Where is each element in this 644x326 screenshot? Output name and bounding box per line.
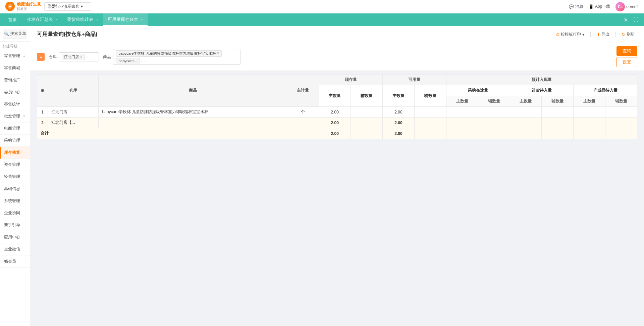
- warehouse-more-btn[interactable]: ···: [86, 54, 90, 59]
- sidebar-item-wechat[interactable]: 企业微信: [0, 243, 30, 255]
- app-download-btn[interactable]: 📱 App下载: [589, 4, 610, 9]
- total-ip-main: [510, 128, 542, 139]
- warehouse-tag-remove[interactable]: ×: [80, 54, 82, 59]
- sidebar-item-operations[interactable]: 经营管理: [0, 171, 30, 183]
- row-1-avail-main: 2.00: [383, 107, 415, 118]
- arrow-icon-retail: ▲: [22, 54, 26, 58]
- divider-2: [615, 32, 616, 37]
- sidebar-item-enterprise[interactable]: 企业协同: [0, 207, 30, 219]
- sidebar-item-app-center[interactable]: 应用中心: [0, 231, 30, 243]
- sidebar-item-marketing[interactable]: 营销推广: [0, 74, 30, 86]
- sidebar-item-retail-stats[interactable]: 零售统计: [0, 98, 30, 110]
- row-1-unit: 个: [287, 107, 319, 118]
- row-1-ip-aux: [542, 107, 574, 118]
- logo-sub: 标准版: [17, 7, 41, 11]
- export-label: 导出: [601, 32, 609, 37]
- sidebar-item-system[interactable]: 系统管理: [0, 195, 30, 207]
- sidebar-item-guide[interactable]: 新手引导: [0, 219, 30, 231]
- product-more-btn[interactable]: ···: [141, 58, 145, 63]
- print-template-btn[interactable]: 🖨 按模板打印 ▾: [553, 30, 587, 39]
- sidebar-label-operations: 经营管理: [4, 174, 20, 180]
- row-1-ip-main: [510, 107, 542, 118]
- th-available: 可用量: [383, 75, 446, 85]
- tab-2-close[interactable]: ×: [96, 17, 98, 21]
- filter-expand-btn[interactable]: »: [37, 53, 45, 61]
- export-icon: ⬆: [597, 32, 600, 37]
- refresh-btn[interactable]: ↻ 刷新: [619, 30, 637, 39]
- app-download-label: App下载: [595, 4, 610, 9]
- messages-btn[interactable]: 💬 消息: [569, 4, 583, 9]
- total-pt-main: [446, 128, 478, 139]
- sidebar-item-ecommerce[interactable]: 电商管理: [0, 123, 30, 135]
- col-settings-th[interactable]: ⚙: [37, 75, 48, 107]
- sidebar-item-purchase[interactable]: 采购管理: [0, 135, 30, 147]
- th-stock-aux: 辅数量: [351, 85, 383, 107]
- tab-2[interactable]: 要货单统计表 ×: [62, 13, 103, 26]
- sidebar-item-retail-mall[interactable]: 零售商城: [0, 62, 30, 74]
- th-forecast-in: 预计入库量: [446, 75, 637, 85]
- row-2-seq: 2: [37, 118, 48, 128]
- sidebar-item-member2[interactable]: 畅会员: [0, 255, 30, 268]
- search-menu-btn[interactable]: 🔍 搜索菜单: [3, 29, 27, 39]
- logo-text: 畅捷通好生意: [17, 2, 41, 6]
- table-area: ⚙ 仓库 商品 主计量 现存量 可用量 预计入库量 主数量 辅数量 主数量 辅数…: [30, 71, 644, 326]
- row-2-unit: [287, 118, 319, 128]
- warehouse-input[interactable]: 江北门店 × ···: [59, 52, 99, 61]
- company-dropdown-icon: ▾: [81, 4, 83, 9]
- close-tab-btn[interactable]: ✕: [622, 15, 629, 25]
- sidebar-label-wholesale: 批发管理: [4, 113, 20, 119]
- tab-home[interactable]: 首页: [3, 13, 22, 26]
- data-table: ⚙ 仓库 商品 主计量 现存量 可用量 预计入库量 主数量 辅数量 主数量 辅数…: [37, 74, 637, 139]
- th-finished-pending: 产成品待入量: [574, 85, 637, 96]
- sidebar-item-retail-mgmt[interactable]: 零售管理 ▲: [0, 50, 30, 62]
- row-2-fp-aux: [605, 118, 637, 128]
- sidebar-item-member[interactable]: 会员中心: [0, 86, 30, 98]
- sidebar-item-finance[interactable]: 资金管理: [0, 159, 30, 171]
- th-warehouse: 仓库: [48, 75, 99, 107]
- product-input[interactable]: babycare学饮杯 儿童防摔防撞吸管杯重力球吸嘴杯宝宝水杯 × babyca…: [113, 49, 240, 65]
- print-dropdown-icon: ▾: [582, 32, 584, 37]
- settings-btn[interactable]: 设置: [616, 57, 637, 67]
- th-avail-aux: 辅数量: [414, 85, 446, 107]
- sidebar-search: 🔍 搜索菜单: [0, 26, 30, 42]
- sidebar-label-member2: 畅会员: [4, 259, 16, 264]
- tab-1-label: 收发存汇总表: [27, 16, 53, 22]
- export-btn[interactable]: ⬆ 导出: [594, 30, 612, 39]
- th-unit: 主计量: [287, 75, 319, 107]
- row-2-product: [99, 118, 287, 128]
- tab-3-label: 可用量库存账本: [108, 16, 138, 22]
- sidebar-label-ecommerce: 电商管理: [4, 126, 20, 131]
- row-1-stock-main: 2.00: [319, 107, 351, 118]
- sidebar-item-inventory[interactable]: 库存核算: [0, 147, 30, 159]
- search-icon: 🔍: [4, 32, 9, 36]
- company-selector[interactable]: 母婴行业演示账套 ▾: [44, 2, 91, 11]
- tab-1[interactable]: 收发存汇总表 ×: [22, 13, 62, 26]
- th-ip-main: 主数量: [510, 96, 542, 107]
- tab-1-close[interactable]: ×: [56, 17, 58, 21]
- tab-3[interactable]: 可用量库存账本 ×: [103, 13, 148, 26]
- tab-3-close[interactable]: ×: [141, 17, 143, 21]
- row-2-stock-main: 2.00: [319, 118, 351, 128]
- th-avail-main: 主数量: [383, 85, 415, 107]
- page-title: 可用量查询(按仓库+商品): [37, 31, 97, 38]
- sidebar-item-basic-info[interactable]: 基础信息: [0, 183, 30, 195]
- sidebar-label-member: 会员中心: [4, 89, 20, 95]
- total-label: 合计: [37, 128, 319, 139]
- sidebar-label-enterprise: 企业协同: [4, 210, 20, 216]
- row-1-fp-aux: [605, 107, 637, 118]
- row-1-avail-aux: [414, 107, 446, 118]
- th-purchase-transit: 采购在途量: [446, 85, 510, 96]
- product-tag-2-value: babycare…: [118, 59, 137, 63]
- fullscreen-btn[interactable]: ⛶: [632, 15, 640, 24]
- product-tag-1-remove[interactable]: ×: [217, 51, 219, 56]
- warehouse-filter: 仓库 江北门店 × ···: [49, 52, 99, 61]
- th-fp-aux: 辅数量: [605, 96, 637, 107]
- sidebar-item-wholesale[interactable]: 批发管理 ▼: [0, 110, 30, 123]
- product-tag-1-value: babycare学饮杯 儿童防摔防撞吸管杯重力球吸嘴杯宝宝水杯: [118, 51, 216, 56]
- row-2-avail-main: 2.00: [383, 118, 415, 128]
- row-1-stock-aux: [351, 107, 383, 118]
- arrow-icon-wholesale: ▼: [22, 114, 26, 118]
- query-btn[interactable]: 查询: [616, 46, 637, 56]
- user-menu[interactable]: Ea demo2: [615, 2, 639, 11]
- row-2-stock-aux: [351, 118, 383, 128]
